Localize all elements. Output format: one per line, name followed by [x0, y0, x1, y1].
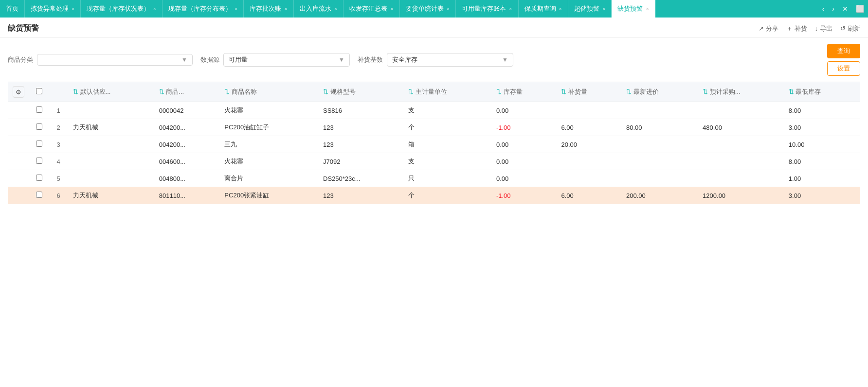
- row-check-5[interactable]: [36, 192, 42, 198]
- row-check-3[interactable]: [36, 158, 42, 164]
- header-actions: ↗ 分享 ＋ 补货 ↓ 导出 ↺ 刷新: [759, 24, 861, 33]
- tab-2[interactable]: 现存量（库存状况表）×: [81, 0, 162, 18]
- row-code-3: 004600...: [154, 153, 220, 170]
- row-code-5: 801110...: [154, 187, 220, 204]
- datasource-value: 可用量: [229, 55, 248, 64]
- col-checkbox: [29, 82, 49, 102]
- tab-close-icon-1[interactable]: ×: [72, 6, 74, 12]
- tab-5[interactable]: 出入库流水×: [294, 0, 344, 18]
- row-checkbox-5[interactable]: [29, 187, 49, 204]
- row-code-4: 004800...: [154, 170, 220, 187]
- row-num-1: 2: [49, 119, 68, 136]
- row-check-1[interactable]: [36, 123, 42, 130]
- row-supplier-1: 力天机械: [68, 119, 154, 136]
- row-supplier-5: 力天机械: [68, 187, 154, 204]
- row-checkbox-3[interactable]: [29, 153, 49, 170]
- refresh-button[interactable]: ↺ 刷新: [840, 24, 860, 33]
- row-est-purchase-0: [698, 102, 784, 119]
- tab-close-icon-6[interactable]: ×: [390, 6, 393, 12]
- tab-close-icon-10[interactable]: ×: [602, 6, 605, 12]
- row-check-4[interactable]: [36, 175, 42, 181]
- row-unit-5: 个: [403, 187, 491, 204]
- row-latest-price-5: 200.00: [621, 187, 698, 204]
- tab-bar: 首页拣货异常处理×现存量（库存状况表）×现存量（库存分布表）×库存批次账×出入库…: [0, 0, 868, 18]
- tab-0[interactable]: 首页: [0, 0, 25, 18]
- query-button[interactable]: 查询: [827, 44, 860, 58]
- tab-close-icon-2[interactable]: ×: [153, 6, 156, 12]
- category-select[interactable]: ▼: [37, 54, 193, 66]
- row-supplier-2: [68, 136, 154, 153]
- col-est-purchase: ⇅ 预计采购...: [698, 82, 784, 102]
- col-code: ⇅ 商品...: [154, 82, 220, 102]
- row-replenish-5: 6.00: [556, 187, 621, 204]
- col-spec: ⇅ 规格型号: [318, 82, 403, 102]
- replenish-button[interactable]: ＋ 补货: [786, 24, 807, 33]
- row-checkbox-1[interactable]: [29, 119, 49, 136]
- row-stock-3: 0.00: [491, 153, 557, 170]
- tab-4[interactable]: 库存批次账×: [244, 0, 293, 18]
- tab-3[interactable]: 现存量（库存分布表）×: [163, 0, 244, 18]
- row-replenish-4: [556, 170, 621, 187]
- tab-close-icon-11[interactable]: ×: [646, 6, 649, 12]
- row-check-2[interactable]: [36, 141, 42, 147]
- tab-close-icon-5[interactable]: ×: [334, 6, 337, 12]
- category-label: 商品分类: [8, 55, 33, 64]
- datasource-select[interactable]: 可用量 ▼: [223, 53, 350, 67]
- row-min-stock-5: 3.00: [784, 187, 860, 204]
- col-latest-price: ⇅ 最新进价: [621, 82, 698, 102]
- row-replenish-1: 6.00: [556, 119, 621, 136]
- row-checkbox-0[interactable]: [29, 102, 49, 119]
- table-row: 5 004800... 离合片 DS250*23c... 只 0.00 1.00: [8, 170, 860, 187]
- table-settings-icon[interactable]: ⚙: [13, 86, 24, 98]
- tab-prev-btn[interactable]: ‹: [818, 0, 829, 18]
- page-content: 缺货预警 ↗ 分享 ＋ 补货 ↓ 导出 ↺ 刷新 商品分类: [0, 18, 868, 387]
- category-arrow-icon: ▼: [181, 56, 187, 63]
- row-check-0[interactable]: [36, 106, 42, 113]
- replenish-value: 安全库存: [392, 55, 417, 64]
- row-spec-1: 123: [318, 119, 403, 136]
- row-checkbox-2[interactable]: [29, 136, 49, 153]
- tab-next-btn[interactable]: ›: [828, 0, 838, 18]
- export-button[interactable]: ↓ 导出: [815, 24, 833, 33]
- row-est-purchase-5: 1200.00: [698, 187, 784, 204]
- row-num-0: 1: [49, 102, 68, 119]
- tab-close-icon-4[interactable]: ×: [284, 6, 287, 12]
- tab-close-icon-3[interactable]: ×: [235, 6, 237, 12]
- row-code-1: 004200...: [154, 119, 220, 136]
- tab-8[interactable]: 可用量库存账本×: [456, 0, 518, 18]
- row-min-stock-1: 3.00: [784, 119, 860, 136]
- tab-close-icon-7[interactable]: ×: [447, 6, 450, 12]
- tab-11[interactable]: 缺货预警×: [612, 0, 655, 18]
- spec-sort-icon: ⇅: [323, 88, 328, 95]
- datasource-filter-group: 数据源 可用量 ▼: [200, 53, 350, 67]
- tab-10[interactable]: 超储预警×: [568, 0, 612, 18]
- unit-sort-icon: ⇅: [408, 88, 414, 95]
- tab-close-icon-9[interactable]: ×: [559, 6, 562, 12]
- tab-close-icon-8[interactable]: ×: [509, 6, 512, 12]
- row-settings-1: [8, 119, 29, 136]
- row-replenish-0: [556, 102, 621, 119]
- tab-7[interactable]: 要货单统计表×: [400, 0, 456, 18]
- col-stock: ⇅ 库存量: [491, 82, 557, 102]
- row-settings-5: [8, 187, 29, 204]
- data-table: ⚙ ⇅ 默认供应... ⇅ 商品... ⇅: [8, 82, 860, 204]
- tab-6[interactable]: 收发存汇总表×: [344, 0, 399, 18]
- row-name-5: PC200张紧油缸: [219, 187, 318, 204]
- row-latest-price-3: [621, 153, 698, 170]
- tab-9[interactable]: 保质期查询×: [519, 0, 568, 18]
- row-est-purchase-4: [698, 170, 784, 187]
- replenish-select[interactable]: 安全库存 ▼: [387, 53, 513, 67]
- row-num-3: 4: [49, 153, 68, 170]
- row-settings-2: [8, 136, 29, 153]
- settings-button[interactable]: 设置: [827, 61, 860, 76]
- row-unit-4: 只: [403, 170, 491, 187]
- share-button[interactable]: ↗ 分享: [759, 24, 778, 33]
- tab-close-all-btn[interactable]: ✕: [838, 0, 852, 18]
- tab-1[interactable]: 拣货异常处理×: [25, 0, 81, 18]
- row-spec-0: SS816: [318, 102, 403, 119]
- select-all-checkbox[interactable]: [36, 88, 42, 94]
- row-name-2: 三九: [219, 136, 318, 153]
- row-checkbox-4[interactable]: [29, 170, 49, 187]
- tab-maximize-btn[interactable]: ⬜: [852, 0, 868, 18]
- table-row: 4 004600... 火花塞 J7092 支 0.00 8.00: [8, 153, 860, 170]
